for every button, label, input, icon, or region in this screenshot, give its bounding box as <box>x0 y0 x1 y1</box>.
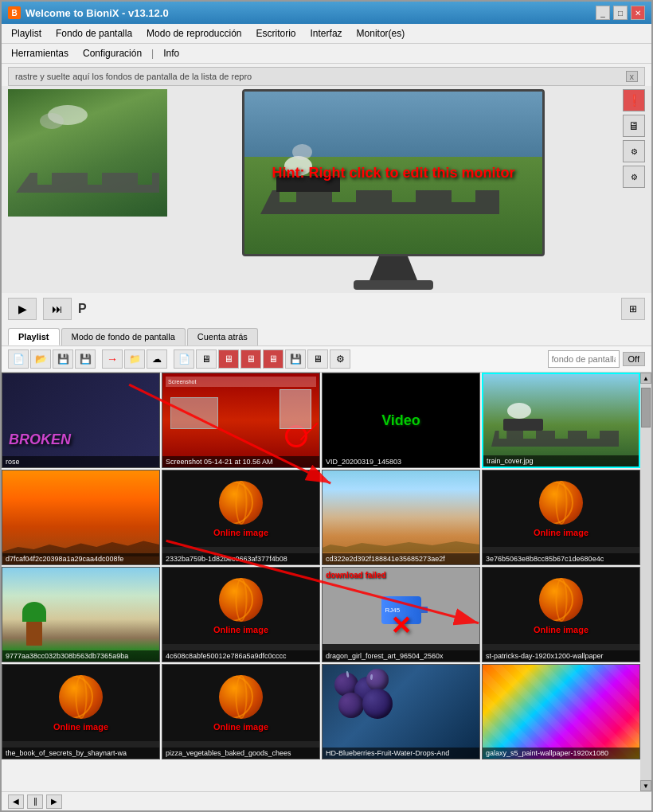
grid-item-14[interactable]: Online image pizza_vegetables_baked_good… <box>162 664 320 759</box>
scroll-up-button[interactable]: ▲ <box>640 373 651 384</box>
scroll-thumb[interactable] <box>641 388 651 427</box>
grid-item-label-11: dragon_girl_forest_art_96504_2560x <box>323 650 479 662</box>
grid-item-6[interactable]: Online image 2332ba759b-1d82bec0663af377… <box>162 470 320 565</box>
grid-item-1[interactable]: BROKEN rose <box>2 373 160 468</box>
grid-item-4[interactable]: train_cover.jpg <box>482 373 640 468</box>
grid-item-13[interactable]: Online image the_book_of_secrets_by_shay… <box>2 664 160 759</box>
off-badge: Off <box>623 352 645 366</box>
menu-bar-2: Herramientas Configuración | Info <box>2 44 651 64</box>
monitor-base <box>354 280 433 290</box>
toolbar-doc[interactable]: 📄 <box>174 349 194 369</box>
grid-item-11[interactable]: download failed RJ45 ✕ dragon_girl_fores… <box>322 567 480 662</box>
monitor-stand <box>370 256 417 280</box>
bottom-btn-2[interactable]: ‖ <box>27 794 43 809</box>
bottom-btn-1[interactable]: ◀ <box>8 794 24 809</box>
controls-row: ▶ ⏭ P ⊞ <box>2 293 651 325</box>
menu-info[interactable]: Info <box>157 45 186 61</box>
grid-settings-button[interactable]: ⊞ <box>621 298 645 320</box>
grid-scroll-area[interactable]: BROKEN rose Screenshot Screenshot 05-14-… <box>2 373 640 791</box>
grid-item-12[interactable]: Online image st-patricks-day-1920x1200-w… <box>482 567 640 662</box>
toolbar-monitor3[interactable]: 🖥 <box>240 349 261 369</box>
scroll-track[interactable] <box>640 384 651 780</box>
grid-item-label-4: train_cover.jpg <box>483 455 639 467</box>
grid-item-label-2: Screenshot 05-14-21 at 10.56 AM <box>162 456 319 467</box>
preview-thumbnail <box>8 89 167 217</box>
grid-item-label-8: 3e76b5063e8b8cc85b67c1de680e4c <box>483 553 639 564</box>
tab-modo-fondo[interactable]: Modo de fondo de pantalla <box>61 328 186 345</box>
grid-item-10[interactable]: Online image 4c608c8abfe50012e786a5a9dfc… <box>162 567 320 662</box>
menu-configuracion[interactable]: Configuración <box>76 45 148 61</box>
grid-item-label-9: 9777aa38cc032b308b563db7365a9ba <box>2 650 159 662</box>
grid-item-15[interactable]: HD-Blueberries-Fruit-Water-Drops-And <box>322 664 480 759</box>
grid-item-16[interactable]: galaxy_s5_paint-wallpaper-1920x1080 <box>482 664 640 759</box>
grid-item-label-12: st-patricks-day-1920x1200-wallpaper <box>483 650 639 662</box>
grid-item-9[interactable]: 9777aa38cc032b308b563db7365a9ba <box>2 567 160 662</box>
drag-drop-close[interactable]: x <box>626 71 639 82</box>
toolbar-save-as[interactable]: 💾 <box>75 349 96 369</box>
grid-item-label-3: VID_20200319_145803 <box>323 456 479 467</box>
maximize-button[interactable]: □ <box>613 6 628 20</box>
grid-item-7[interactable]: cd322e2d392f188841e35685273ae2f <box>322 470 480 565</box>
toolbar-gear[interactable]: ⚙ <box>330 349 350 369</box>
title-bar-left: B Welcome to BioniX - v13.12.0 <box>8 6 169 19</box>
title-controls: _ □ ✕ <box>596 6 645 20</box>
grid-item-label-16: galaxy_s5_paint-wallpaper-1920x1080 <box>483 748 639 759</box>
grid-item-5[interactable]: d7fcaf04f2c20398a1a29caa4dc008fe <box>2 470 160 565</box>
toolbar-save2[interactable]: 💾 <box>285 349 306 369</box>
toolbar-cloud[interactable]: ☁ <box>147 349 167 369</box>
monitor-hint: Hint: Right click to edit this monitor <box>272 165 515 182</box>
tabs-row: Playlist Modo de fondo de pantalla Cuent… <box>2 325 651 345</box>
toolbar-open[interactable]: 📂 <box>30 349 51 369</box>
search-box: Off <box>548 350 645 368</box>
grid-item-3[interactable]: Video VID_20200319_145803 <box>322 373 480 468</box>
menu-fondo-pantalla[interactable]: Fondo de pantalla <box>49 25 139 41</box>
grid-item-8[interactable]: Online image 3e76b5063e8b8cc85b67c1de680… <box>482 470 640 565</box>
image-grid: BROKEN rose Screenshot Screenshot 05-14-… <box>2 373 640 759</box>
grid-item-label-6: 2332ba759b-1d82bec0663af377f4b08 <box>162 553 319 564</box>
bottom-bar: ◀ ‖ ▶ <box>2 791 651 810</box>
menu-monitors[interactable]: Monitor(es) <box>350 25 412 41</box>
toolbar-folder[interactable]: 📁 <box>124 349 145 369</box>
grid-item-label-10: 4c608c8abfe50012e786a5a9dfc0cccc <box>162 650 319 662</box>
minimize-button[interactable]: _ <box>596 6 610 20</box>
menu-bar-1: Playlist Fondo de pantalla Modo de repro… <box>2 24 651 44</box>
scroll-down-button[interactable]: ▼ <box>640 780 651 791</box>
p-label: P <box>78 302 87 316</box>
drag-drop-bar: rastre y suelte aquí los fondos de panta… <box>8 67 645 86</box>
toolbar-monitor4[interactable]: 🖥 <box>263 349 283 369</box>
monitor-button[interactable]: 🖥 <box>623 115 645 137</box>
menu-separator: | <box>150 45 155 61</box>
grid-item-label-14: pizza_vegetables_baked_goods_chees <box>162 748 319 759</box>
grid-item-label-1: rose <box>2 456 159 467</box>
scrollbar[interactable]: ▲ ▼ <box>640 373 651 791</box>
side-buttons: ❗ 🖥 ⚙ ⚙ <box>623 89 645 188</box>
menu-escritorio[interactable]: Escritorio <box>250 25 303 41</box>
search-input[interactable] <box>548 350 620 368</box>
bottom-btn-3[interactable]: ▶ <box>46 794 62 809</box>
play-button[interactable]: ▶ <box>8 298 37 320</box>
toolbar-monitor2[interactable]: 🖥 <box>218 349 239 369</box>
tab-cuenta-atras[interactable]: Cuenta atrás <box>187 328 258 345</box>
close-button[interactable]: ✕ <box>631 6 645 20</box>
menu-interfaz[interactable]: Interfaz <box>304 25 349 41</box>
toolbar-save[interactable]: 💾 <box>53 349 73 369</box>
toolbar-new[interactable]: 📄 <box>8 349 29 369</box>
monitor-container: 1920x1080 Hint: Right click to edit this… <box>174 89 613 290</box>
alert-button[interactable]: ❗ <box>623 89 645 111</box>
settings-button[interactable]: ⚙ <box>623 140 645 162</box>
toolbar-monitor5[interactable]: 🖥 <box>307 349 328 369</box>
menu-playlist[interactable]: Playlist <box>5 25 48 41</box>
tab-playlist[interactable]: Playlist <box>8 328 60 345</box>
toolbar-export[interactable]: → <box>102 349 123 369</box>
menu-herramientas[interactable]: Herramientas <box>5 45 75 61</box>
grid-content: BROKEN rose Screenshot Screenshot 05-14-… <box>2 373 651 791</box>
toolbar-monitor1[interactable]: 🖥 <box>196 349 217 369</box>
title-bar: B Welcome to BioniX - v13.12.0 _ □ ✕ <box>2 2 651 24</box>
menu-modo-reproduccion[interactable]: Modo de reproducción <box>140 25 248 41</box>
grid-item-2[interactable]: Screenshot Screenshot 05-14-21 at 10.56 … <box>162 373 320 468</box>
next-button[interactable]: ⏭ <box>43 298 72 320</box>
grid-item-label-7: cd322e2d392f188841e35685273ae2f <box>323 553 479 564</box>
monitor-frame[interactable]: 1920x1080 Hint: Right click to edit this… <box>242 89 545 256</box>
grid-item-label-5: d7fcaf04f2c20398a1a29caa4dc008fe <box>2 553 159 564</box>
extra-button[interactable]: ⚙ <box>623 166 645 188</box>
